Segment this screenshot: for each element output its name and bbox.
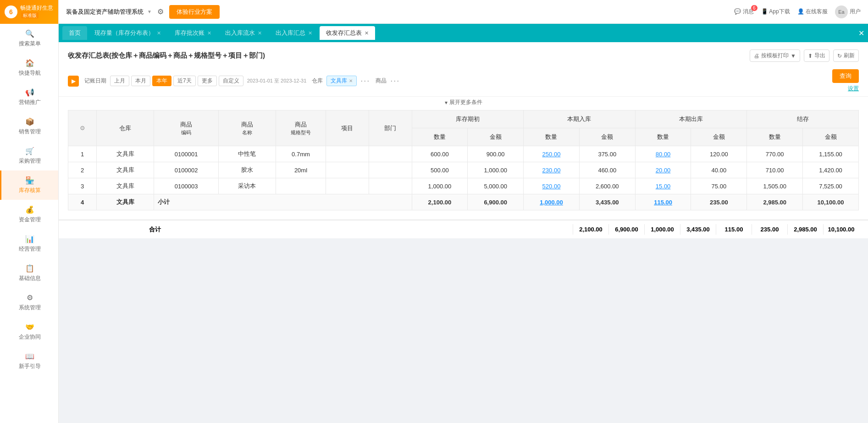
gear-icon: ⚙ [27,293,33,302]
header-actions: 🖨 按模板打印 ▼ ⬆ 导出 ↻ 刷新 [750,49,859,62]
row-out-qty[interactable]: 20.00 [635,162,691,178]
close-icon[interactable]: ✕ [207,30,211,36]
total-in-amt: 3,435.00 [680,224,716,235]
date-filter-section: 记账日期 上月 本月 本年 近7天 更多 自定义 2023-01-01 至 20… [84,76,306,86]
row-in-qty[interactable]: 250.00 [524,146,580,162]
date-btn-last-month[interactable]: 上月 [110,76,129,86]
row-opening-qty: 500.00 [412,162,468,178]
col-in-amt: 金额 [579,128,635,146]
date-btn-this-year[interactable]: 本年 [152,76,171,86]
tab-batch-ledger[interactable]: 库存批次账 ✕ [168,26,218,40]
sidebar-item-operations[interactable]: 📊 经营管理 [0,229,58,258]
table-container: ⚙ 仓库 商品编码 商品名称 商品规格型号 项目 部门 库存期初 本期入库 本期… [59,110,868,220]
row-opening-amt: 900.00 [468,146,524,162]
row-closing-amt: 1,420.00 [803,162,859,178]
sidebar-item-label: 快捷导航 [19,69,41,77]
row-project [326,146,369,162]
close-icon[interactable]: ✕ [308,30,312,36]
refresh-button[interactable]: ↻ 刷新 [833,49,859,62]
sidebar-item-label: 营销推广 [19,99,41,106]
remove-warehouse-icon[interactable]: ✕ [349,78,353,83]
subtotal-out-amt: 235.00 [691,194,747,210]
print-button[interactable]: 🖨 按模板打印 ▼ [750,49,800,62]
refresh-icon: ↻ [837,53,842,59]
row-code: 0100001 [154,146,219,162]
warehouse-more-options[interactable]: ··· [360,76,370,86]
tab-home[interactable]: 首页 [62,26,87,40]
close-icon[interactable]: ✕ [365,30,369,36]
total-opening-amt: 6,900.00 [608,224,644,235]
sidebar-item-quick-nav[interactable]: 🏠 快捷导航 [0,53,58,82]
query-button[interactable]: 查询 [832,69,859,83]
subtotal-opening-amt: 6,900.00 [468,194,524,210]
row-out-qty[interactable]: 15.00 [635,178,691,194]
content-panel: 收发存汇总表(按仓库＋商品编码＋商品＋规格型号＋项目＋部门) 🖨 按模板打印 ▼… [59,42,868,220]
goods-more-options[interactable]: ··· [390,76,400,86]
row-in-qty[interactable]: 520.00 [524,178,580,194]
subtotal-in-qty[interactable]: 1,000.00 [524,194,580,210]
row-dept [369,146,412,162]
subtotal-in-amt: 3,435.00 [579,194,635,210]
filter-bar: ▶ 记账日期 上月 本月 本年 近7天 更多 自定义 2023-01-01 至 … [59,66,868,97]
dropdown-arrow-icon: ▼ [147,9,152,14]
export-button[interactable]: ⬆ 导出 [804,49,829,62]
expand-conditions-button[interactable]: ▾ 展开更多条件 [445,99,482,106]
sidebar-item-purchase[interactable]: 🛒 采购管理 [0,141,58,170]
sidebar-item-label: 采购管理 [19,157,41,165]
tabbar-close-icon[interactable]: ✕ [858,29,864,38]
tab-receive-send-summary[interactable]: 收发存汇总表 ✕ [320,26,375,40]
col-header-goods-spec: 商品规格型号 [276,110,326,146]
tab-inventory-dist[interactable]: 现存量（库存分布表） ✕ [88,26,167,40]
sidebar-item-enterprise[interactable]: 🤝 企业协同 [0,317,58,346]
sidebar-item-inventory[interactable]: 🏪 库存核算 [0,170,58,200]
chevron-down-icon: ▾ [445,99,448,106]
sidebar-item-search[interactable]: 🔍 搜索菜单 [0,24,58,53]
row-code: 0100003 [154,178,219,194]
subtotal-closing-qty: 2,985.00 [747,194,803,210]
row-in-amt: 375.00 [579,146,635,162]
row-out-amt: 120.00 [691,146,747,162]
tab-inout-flow[interactable]: 出入库流水 ✕ [219,26,268,40]
settings-button[interactable]: ⚙ [157,7,164,16]
col-header-warehouse: 仓库 [97,110,154,146]
sidebar-item-basic-info[interactable]: 📋 基础信息 [0,258,58,288]
sidebar-item-sales[interactable]: 📦 销售管理 [0,112,58,141]
subtotal-opening-qty: 2,100.00 [412,194,468,210]
row-in-amt: 460.00 [579,162,635,178]
subtotal-warehouse: 文具库 [97,194,154,210]
user-menu[interactable]: Ea 用户 [835,5,861,18]
warehouse-tag[interactable]: 文具库 ✕ [326,76,357,86]
row-out-qty[interactable]: 80.00 [635,146,691,162]
date-btn-7days[interactable]: 近7天 [173,76,196,86]
app-download-button[interactable]: 📱 App下载 [761,8,790,16]
date-btn-more[interactable]: 更多 [198,76,217,86]
close-icon[interactable]: ✕ [157,30,161,36]
sidebar-item-finance[interactable]: 💰 资金管理 [0,200,58,229]
online-service-button[interactable]: 👤 在线客服 [797,8,828,16]
date-btn-custom[interactable]: 自定义 [219,76,243,86]
sidebar-item-system[interactable]: ⚙ 系统管理 [0,288,58,317]
row-goods-name: 采访本 [218,178,276,194]
message-button[interactable]: 💬 6 消息 [734,8,753,16]
row-in-qty[interactable]: 230.00 [524,162,580,178]
date-btn-this-month[interactable]: 本月 [131,76,150,86]
trial-button[interactable]: 体验行业方案 [169,5,220,19]
handshake-icon: 🤝 [25,323,34,331]
col-opening-amt: 金额 [468,128,524,146]
sidebar-item-guide[interactable]: 📖 新手引导 [0,346,58,376]
tab-label: 出入库汇总 [276,29,305,37]
clipboard-icon: 📋 [25,264,34,273]
tab-inout-summary[interactable]: 出入库汇总 ✕ [269,26,319,40]
subtotal-out-qty[interactable]: 115.00 [635,194,691,210]
col-closing-qty: 数量 [747,128,803,146]
sidebar: 6 畅捷通好生意 标准版 🔍 搜索菜单 🏠 快捷导航 📢 营销推广 📦 销售管理… [0,0,59,423]
table-settings-icon[interactable]: ⚙ [68,110,97,146]
setting-link[interactable]: 设置 [848,85,859,93]
filter-toggle-button[interactable]: ▶ [68,76,79,87]
col-out-amt: 金额 [691,128,747,146]
close-icon[interactable]: ✕ [258,30,262,36]
chart-icon: 📊 [25,235,34,243]
sidebar-item-marketing[interactable]: 📢 营销推广 [0,82,58,112]
home-icon: 🏠 [25,59,34,67]
row-opening-amt: 1,000.00 [468,162,524,178]
